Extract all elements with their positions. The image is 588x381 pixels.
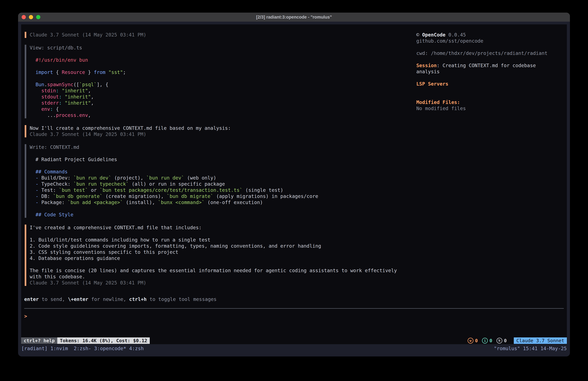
text-line [30, 205, 397, 212]
text-line: - Test: `bun test` or `bun test packages… [30, 187, 397, 193]
text-line: 4. Database operations guidance [30, 255, 397, 261]
input-area: enter to send, \+enter for newline, ctrl… [24, 296, 564, 319]
text-line [416, 93, 565, 99]
traffic-lights [22, 15, 40, 19]
text-line [30, 51, 397, 57]
minimize-button-icon[interactable] [29, 15, 33, 19]
text-line [30, 75, 397, 82]
text-line [30, 150, 397, 157]
text-line: View: script/db.ts [30, 45, 397, 51]
tmux-status-bar: [radiant] 1:nvim 2:zsh- 3:opencode* 4:zs… [18, 344, 570, 357]
prompt-input[interactable]: > [24, 313, 564, 319]
tokens-cost-badge: Tokens: 16.4K (8%), Cost: $0.12 [57, 337, 150, 344]
warning-icon: w [468, 338, 473, 344]
warning-diagnostic: w 0 [468, 338, 478, 344]
warning-count: 0 [475, 338, 478, 343]
text-line: stderr: "inherit", [30, 100, 397, 106]
text-line: Modified Files: [416, 99, 565, 105]
help-line: enter to send, \+enter for newline, ctrl… [24, 296, 564, 302]
text-line: enter to send, \+enter for newline, ctrl… [24, 296, 564, 302]
prompt-symbol: > [24, 313, 27, 319]
text-line: 2. Code style guidelines covering import… [30, 243, 397, 249]
text-line: stdout: "inherit", [30, 94, 397, 100]
text-line [30, 63, 397, 69]
text-line [416, 75, 565, 81]
text-line: stdin: "inherit", [30, 88, 397, 94]
text-line [30, 231, 397, 237]
status-right: w 0 i 0 h 0 Claude 3.7 Sonnet [468, 337, 567, 344]
text-line: 1. Build/lint/test commands including ho… [30, 237, 397, 243]
text-line: cwd: /home/thdxr/dev/projects/radiant/ra… [416, 50, 565, 56]
text-line: I've created a comprehensive CONTEXT.md … [30, 224, 397, 231]
tmux-window-list[interactable]: [radiant] 1:nvim 2:zsh- 3:opencode* 4:zs… [21, 345, 144, 352]
text-line [30, 261, 397, 268]
window-titlebar: [2/3] radiant:3:opencode - "romulus" [18, 13, 570, 22]
text-line: ...process.env, [30, 112, 397, 118]
text-line: ## Commands [30, 169, 397, 175]
tmux-host-clock: "romulus" 15:41 14-May-25 [494, 345, 567, 352]
status-bar: ctrl+? help Tokens: 16.4K (8%), Cost: $0… [21, 337, 567, 344]
text-line: Now I'll create a comprehensive CONTEXT.… [30, 125, 397, 131]
text-line: 3. CSS styling conventions specific to t… [30, 249, 397, 255]
text-line: Claude 3.7 Sonnet (14 May 2025 03:41 PM) [30, 32, 397, 38]
info-icon: i [482, 338, 488, 344]
hint-diagnostic: h 0 [497, 338, 507, 344]
text-line: LSP Servers [416, 81, 565, 87]
tool-call-block: Write: CONTEXT.md # Radiant Project Guid… [25, 144, 397, 218]
tool-call-block: View: script/db.ts #!/usr/bin/env bun im… [25, 45, 397, 118]
text-line: - Package: `bun add <package>` (install)… [30, 199, 397, 205]
text-line: Bun.spawnSync([`psql`], { [30, 82, 397, 88]
text-line [416, 87, 565, 93]
sidebar: © OpenCode 0.0.45github.com/sst/opencode… [416, 32, 565, 112]
terminal-window: [2/3] radiant:3:opencode - "romulus" Cla… [18, 13, 570, 357]
model-badge: Claude 3.7 Sonnet [514, 337, 567, 344]
info-diagnostic: i 0 [482, 338, 492, 344]
text-line: #!/usr/bin/env bun [30, 57, 397, 63]
text-line: Write: CONTEXT.md [30, 144, 397, 150]
input-divider [24, 308, 564, 309]
assistant-message-block: Claude 3.7 Sonnet (14 May 2025 03:41 PM) [25, 32, 397, 38]
text-line: - Build/Dev: `bun run dev` (project), `b… [30, 175, 397, 181]
text-line: env: { [30, 106, 397, 112]
assistant-message-block: I've created a comprehensive CONTEXT.md … [25, 224, 397, 286]
text-line: The file is concise (20 lines) and captu… [30, 268, 397, 274]
chat-transcript: Claude 3.7 Sonnet (14 May 2025 03:41 PM)… [25, 32, 397, 293]
opencode-tui: Claude 3.7 Sonnet (14 May 2025 03:41 PM)… [21, 24, 567, 344]
text-line: Claude 3.7 Sonnet (14 May 2025 03:41 PM) [30, 131, 397, 137]
text-line: © OpenCode 0.0.45 [416, 32, 565, 38]
info-count: 0 [489, 338, 492, 343]
text-line: analysis [416, 69, 565, 75]
text-line [416, 44, 565, 50]
text-line: No modified files [416, 105, 565, 112]
text-line: github.com/sst/opencode [416, 38, 565, 44]
hint-count: 0 [504, 338, 507, 343]
text-line [30, 163, 397, 169]
text-line: - DB: `bun db generate` (create migratio… [30, 193, 397, 199]
text-line: - TypeCheck: `bun run typecheck` (all) o… [30, 181, 397, 187]
text-line: # Radiant Project Guidelines [30, 157, 397, 163]
text-line: import { Resource } from "sst"; [30, 69, 397, 75]
text-line: ## Code Style [30, 212, 397, 218]
help-keyhint-badge: ctrl+? help [21, 337, 57, 344]
zoom-button-icon[interactable] [36, 15, 40, 19]
text-line: with this codebase. [30, 274, 397, 280]
hint-icon: h [497, 338, 502, 344]
assistant-message-block: Now I'll create a comprehensive CONTEXT.… [25, 125, 397, 137]
text-line: Session: Creating CONTEXT.md for codebas… [416, 63, 565, 69]
text-line: Claude 3.7 Sonnet (14 May 2025 03:41 PM) [30, 280, 397, 286]
window-title: [2/3] radiant:3:opencode - "romulus" [256, 15, 332, 20]
close-button-icon[interactable] [22, 15, 26, 19]
text-line [416, 56, 565, 63]
